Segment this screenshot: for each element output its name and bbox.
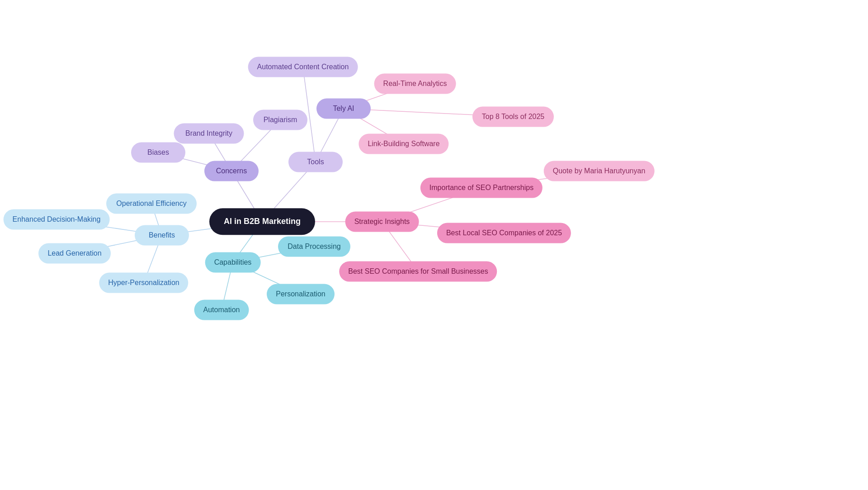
- lead-generation-node[interactable]: Lead Generation: [38, 243, 111, 264]
- biases-node[interactable]: Biases: [131, 143, 185, 163]
- tools-sub-node[interactable]: Tools: [288, 152, 343, 172]
- automated-content-node[interactable]: Automated Content Creation: [248, 57, 358, 77]
- enhanced-decision-node[interactable]: Enhanced Decision-Making: [4, 209, 110, 230]
- real-time-analytics-node[interactable]: Real-Time Analytics: [374, 74, 456, 94]
- brand-integrity-node[interactable]: Brand Integrity: [174, 124, 244, 144]
- concerns-node[interactable]: Concerns: [204, 161, 259, 181]
- link-building-node[interactable]: Link-Building Software: [359, 134, 448, 154]
- operational-efficiency-node[interactable]: Operational Efficiency: [106, 194, 197, 214]
- top8-tools-node[interactable]: Top 8 Tools of 2025: [472, 107, 554, 127]
- best-local-seo-node[interactable]: Best Local SEO Companies of 2025: [437, 223, 571, 243]
- plagiarism-node[interactable]: Plagiarism: [253, 110, 307, 130]
- data-processing-node[interactable]: Data Processing: [278, 237, 350, 257]
- mind-map: AI in B2B MarketingAutomated Content Cre…: [0, 0, 868, 490]
- center-node[interactable]: AI in B2B Marketing: [209, 208, 315, 235]
- benefits-node[interactable]: Benefits: [135, 225, 189, 246]
- importance-seo-node[interactable]: Importance of SEO Partnerships: [420, 178, 542, 198]
- hyper-personalization-node[interactable]: Hyper-Personalization: [99, 273, 188, 293]
- strategic-insights-node[interactable]: Strategic Insights: [345, 212, 419, 232]
- quote-maria-node[interactable]: Quote by Maria Harutyunyan: [544, 161, 655, 181]
- capabilities-node[interactable]: Capabilities: [205, 252, 261, 273]
- personalization-node[interactable]: Personalization: [267, 284, 335, 304]
- automation-node[interactable]: Automation: [194, 300, 249, 320]
- best-seo-small-node[interactable]: Best SEO Companies for Small Businesses: [339, 262, 497, 282]
- tely-ai-node[interactable]: Tely AI: [316, 99, 371, 119]
